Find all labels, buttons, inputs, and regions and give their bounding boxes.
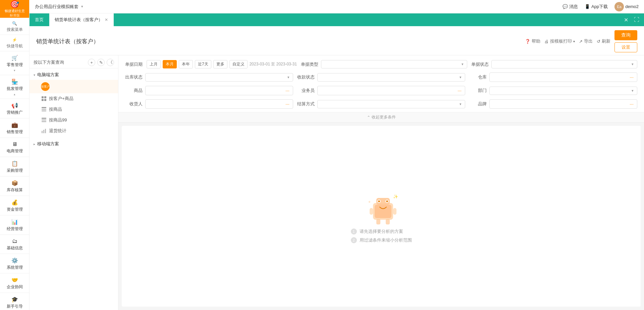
refresh-btn[interactable]: ↺ 刷新	[597, 38, 610, 44]
date-btn-this-year[interactable]: 本年	[179, 60, 193, 68]
payment-group: 结算方式 ▾	[297, 100, 465, 108]
status-label: 单据状态	[471, 61, 489, 67]
salesperson-label: 业务员	[297, 88, 315, 94]
content-header: 销货单统计表（按客户） ❓ 帮助 🖨 按模板打印 ▾ ↗ 导出 ↺ 刷新	[30, 26, 644, 55]
settings-button[interactable]: 设置	[614, 42, 637, 52]
query-button[interactable]: 查询	[614, 30, 637, 40]
tab-sales-stats[interactable]: 销货单统计表（按客户） ✕	[49, 13, 114, 26]
tree-group-mobile-header[interactable]: ▸ 移动端方案	[30, 139, 118, 149]
page-title: 销货单统计表（按客户）	[36, 38, 99, 45]
svg-rect-2	[42, 99, 44, 101]
sidebar-item-ecommerce[interactable]: 🖥 电商管理	[0, 138, 29, 157]
left-panel: 按以下方案查询 + ✎ 《 ▾ 电脑端方案 按客户	[30, 55, 118, 310]
tab-maximize-btn[interactable]: ⛶	[633, 16, 641, 24]
out-status-select[interactable]: ▾	[145, 73, 293, 82]
tree-item-by-product[interactable]: 按商品	[30, 104, 118, 115]
salesperson-dots-icon: ···	[458, 88, 462, 93]
receiver-group: 收货人 ···	[125, 99, 293, 109]
left-panel-title: 按以下方案查询	[34, 59, 64, 65]
sidebar-item-wholesale[interactable]: 🏪 批发管理 ▴	[0, 75, 29, 99]
template-print-btn[interactable]: 🖨 按模板打印 ▾	[544, 38, 575, 44]
brand-select[interactable]: ···	[489, 99, 637, 109]
type-filter-group: 单据类型 ▾	[301, 60, 467, 68]
tab-close-btn[interactable]: ✕	[105, 17, 108, 22]
group-label: 移动端方案	[37, 141, 59, 147]
out-status-group: 出库状态 ▾	[125, 73, 293, 82]
sidebar-item-purchase[interactable]: 📋 采购管理	[0, 157, 29, 176]
help-btn[interactable]: ❓ 帮助	[525, 38, 540, 44]
filter-row-4: 收货人 ··· 结算方式 ▾	[125, 99, 637, 109]
collapse-panel-btn[interactable]: 《	[107, 59, 114, 66]
sidebar-item-retail[interactable]: 🛒 零售管理 ▾	[0, 51, 29, 75]
tree-item-refund[interactable]: 退货统计	[30, 125, 118, 136]
department-select[interactable]: ▾	[489, 87, 637, 95]
scheme-icon-table	[41, 106, 47, 112]
logo-sub: 标准版	[10, 13, 20, 18]
status-arrow-icon: ▾	[632, 62, 634, 66]
export-icon: ↗	[579, 39, 583, 44]
message-btn[interactable]: 💬 消息	[562, 4, 578, 10]
svg-rect-23	[386, 219, 390, 224]
sidebar-label-ecommerce: 电商管理	[7, 148, 23, 154]
retail-arrow: ▾	[14, 69, 15, 72]
product-select[interactable]: ···	[145, 86, 293, 95]
sidebar-item-basics[interactable]: 🗂 基础信息	[0, 235, 29, 254]
tree-item-by-product-99[interactable]: 按商品99	[30, 115, 118, 125]
sidebar-item-operation[interactable]: 📊 经营管理	[0, 215, 29, 235]
tree-item-by-customer-product[interactable]: 按客户+商品	[30, 93, 118, 104]
date-btn-more[interactable]: 更多	[213, 60, 227, 68]
salesperson-group: 业务员 ···	[297, 86, 465, 95]
collapse-bar[interactable]: ⌃ 收起更多条件	[118, 112, 644, 122]
sidebar-label-inventory: 库存核算	[7, 187, 23, 193]
sidebar-item-system[interactable]: ⚙️ 系统管理	[0, 254, 29, 273]
date-btn-custom[interactable]: 自定义	[229, 60, 248, 68]
tab-sales-label: 销货单统计表（按客户）	[55, 17, 103, 23]
date-btn-this-month[interactable]: 本月	[163, 60, 177, 68]
sidebar-label-wholesale: 批发管理	[7, 86, 23, 92]
app-download-btn[interactable]: 📱 App下载	[585, 4, 608, 10]
tree-group-desktop-header[interactable]: ▾ 电脑端方案	[30, 70, 118, 80]
brand-group: 品牌 ···	[469, 99, 637, 109]
sidebar-item-finance[interactable]: 💰 资金管理	[0, 196, 29, 215]
receiver-dots-icon: ···	[285, 101, 289, 107]
tab-close-window-btn[interactable]: ✕	[622, 16, 630, 24]
sidebar-item-guide[interactable]: 🎓 新手引导	[0, 293, 29, 310]
salesperson-select[interactable]: ···	[317, 86, 465, 95]
sidebar-label-system: 系统管理	[7, 265, 23, 270]
company-selector[interactable]: 办公用品行业模拟账套 ▾	[35, 4, 83, 10]
user-menu[interactable]: Ea demo2	[614, 2, 639, 11]
sidebar-item-enterprise[interactable]: 🤝 企业协同	[0, 273, 29, 293]
receiver-select[interactable]: ···	[145, 99, 293, 109]
sidebar-label-retail: 零售管理	[7, 62, 23, 68]
scheme-icon-chart	[41, 128, 47, 134]
filter-row-3: 商品 ··· 业务员 ···	[125, 86, 637, 95]
sidebar-item-sales[interactable]: 💼 销售管理	[0, 118, 29, 138]
edit-scheme-btn[interactable]: ✎	[97, 59, 105, 66]
avatar-initials: Ea	[617, 5, 622, 9]
status-select[interactable]: ▾	[491, 60, 637, 68]
receipt-status-group: 收款状态 ▾	[297, 73, 465, 82]
right-panel: 单据日期 上月 本月 本年 近7天 更多 自定义 2023-03-01 至 20…	[118, 55, 644, 310]
tab-home-label: 首页	[35, 17, 44, 23]
tree-group-desktop: ▾ 电脑端方案 按客户 按客户+商品	[30, 68, 118, 138]
download-label: App下载	[591, 4, 608, 10]
date-btn-last-month[interactable]: 上月	[147, 60, 161, 68]
sidebar-item-inventory[interactable]: 📦 库存核算	[0, 176, 29, 196]
sidebar-quicknav[interactable]: ⚡ 快捷导航	[0, 35, 29, 51]
tab-home[interactable]: 首页	[30, 13, 49, 26]
tree-item-by-customer[interactable]: 按客户	[30, 80, 118, 93]
svg-rect-11	[43, 130, 44, 133]
out-status-arrow: ▾	[287, 75, 289, 80]
sidebar-item-marketing[interactable]: 📢 营销推广	[0, 99, 29, 118]
type-select[interactable]: ▾	[321, 60, 467, 68]
date-btn-last-7days[interactable]: 近7天	[195, 60, 211, 68]
logo[interactable]: 🎯 畅捷通好生意 标准版	[0, 0, 30, 18]
active-scheme-label: 按客户	[41, 85, 50, 89]
sidebar-label-finance: 资金管理	[7, 207, 23, 212]
add-scheme-btn[interactable]: +	[88, 59, 95, 66]
payment-select[interactable]: ▾	[317, 100, 465, 108]
sidebar-search[interactable]: 🔍 搜索菜单	[0, 18, 29, 35]
warehouse-select[interactable]: ···	[489, 72, 637, 82]
export-btn[interactable]: ↗ 导出	[579, 38, 593, 44]
receipt-status-select[interactable]: ▾	[317, 73, 465, 82]
